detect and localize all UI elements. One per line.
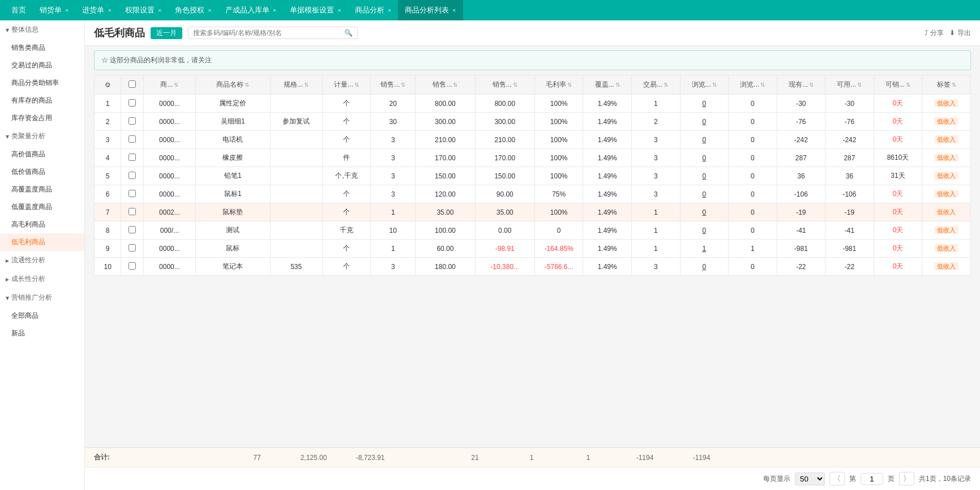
sort-icon[interactable]: ⇅ (453, 82, 457, 88)
close-icon[interactable]: × (337, 7, 341, 14)
row-browse-pv[interactable]: 0 (680, 131, 729, 149)
sidebar-item-traded-goods[interactable]: 交易过的商品 (0, 57, 84, 74)
sidebar-item-high-margin[interactable]: 高毛利商品 (0, 216, 84, 233)
row-browse-pv[interactable]: 0 (680, 203, 729, 221)
nav-template[interactable]: 单据模板设置 × (283, 0, 348, 20)
sidebar-group-cluster[interactable]: ▾ 类聚量分析 (0, 127, 84, 146)
close-icon[interactable]: × (452, 7, 456, 14)
sidebar-item-high-value[interactable]: 高价值商品 (0, 146, 84, 163)
th-transactions[interactable]: 交易...⇅ (631, 75, 680, 95)
sort-icon[interactable]: ⇅ (304, 82, 309, 88)
nav-purchase[interactable]: 进货单 × (75, 0, 118, 20)
sidebar-item-sales-goods[interactable]: 销售类商品 (0, 39, 84, 57)
row-checkbox[interactable] (121, 149, 143, 167)
sidebar-item-stocked-goods[interactable]: 有库存的商品 (0, 92, 84, 109)
sidebar-item-high-coverage[interactable]: 高覆盖度商品 (0, 181, 84, 198)
th-sales-qty[interactable]: 销售...⇅ (371, 75, 416, 95)
row-checkbox[interactable] (121, 95, 143, 113)
row-select-checkbox[interactable] (129, 190, 136, 197)
row-select-checkbox[interactable] (129, 117, 136, 125)
select-all-checkbox[interactable] (129, 80, 136, 88)
row-checkbox[interactable] (121, 113, 143, 131)
sidebar-item-low-margin[interactable]: 低毛利商品 (0, 233, 84, 251)
sidebar-group-growth[interactable]: ▸ 成长性分析 (0, 270, 84, 288)
sort-icon[interactable]: ⇅ (712, 82, 717, 88)
sidebar-item-low-coverage[interactable]: 低覆盖度商品 (0, 198, 84, 216)
th-settings[interactable]: ⚙ (95, 75, 121, 95)
page-number-input[interactable] (861, 473, 883, 485)
row-select-checkbox[interactable] (129, 262, 136, 270)
row-checkbox[interactable] (121, 185, 143, 203)
sort-icon[interactable]: ⇅ (567, 82, 572, 88)
sidebar-item-low-value[interactable]: 低价值商品 (0, 163, 84, 181)
sidebar-item-all-goods[interactable]: 全部商品 (0, 307, 84, 325)
th-tags[interactable]: 标签⇅ (922, 75, 971, 95)
th-code[interactable]: 商...⇅ (143, 75, 195, 95)
next-page-button[interactable]: 〉 (899, 472, 914, 485)
filter-tag-recent-month[interactable]: 近一月 (151, 27, 182, 39)
row-checkbox[interactable] (121, 240, 143, 258)
close-icon[interactable]: × (65, 7, 69, 14)
row-browse-pv[interactable]: 0 (680, 149, 729, 167)
sort-icon[interactable]: ⇅ (809, 82, 814, 88)
th-gross-rate[interactable]: 毛利率⇅ (534, 75, 583, 95)
nav-product-analysis-list[interactable]: 商品分析列表 × (398, 0, 463, 20)
th-stock-salable[interactable]: 可销...⇅ (874, 75, 922, 95)
row-select-checkbox[interactable] (129, 154, 136, 161)
row-select-checkbox[interactable] (129, 135, 136, 143)
th-sales-profit[interactable]: 销售...⇅ (475, 75, 534, 95)
sort-icon[interactable]: ⇅ (906, 82, 910, 88)
sidebar-item-stock-capital[interactable]: 库存资金占用 (0, 109, 84, 127)
row-browse-pv[interactable]: 0 (680, 258, 729, 276)
th-stock-avail[interactable]: 可用...⇅ (825, 75, 874, 95)
search-box[interactable]: 🔍 (188, 27, 358, 39)
sidebar-item-category-rate[interactable]: 商品分类助销率 (0, 74, 84, 92)
sidebar-item-new-goods[interactable]: 新品 (0, 325, 84, 342)
sidebar-group-marketing[interactable]: ▾ 营销推广分析 (0, 288, 84, 307)
sort-icon[interactable]: ⇅ (952, 82, 956, 88)
sort-icon[interactable]: ⇅ (401, 82, 405, 88)
row-select-checkbox[interactable] (129, 99, 136, 106)
row-checkbox[interactable] (121, 258, 143, 276)
sort-icon[interactable]: ⇅ (354, 82, 359, 88)
sort-icon[interactable]: ⇅ (174, 82, 178, 88)
th-sales-amt[interactable]: 销售...⇅ (416, 75, 475, 95)
th-browse-uv[interactable]: 浏览...⇅ (729, 75, 777, 95)
sort-icon[interactable]: ⇅ (513, 82, 517, 88)
th-stock-current[interactable]: 现有...⇅ (777, 75, 825, 95)
th-name[interactable]: 商品名称⇅ (196, 75, 271, 95)
row-browse-pv[interactable]: 1 (680, 240, 729, 258)
sort-icon[interactable]: ⇅ (245, 82, 249, 88)
close-icon[interactable]: × (273, 7, 276, 14)
row-browse-pv[interactable]: 0 (680, 95, 729, 113)
search-input[interactable] (193, 29, 344, 37)
nav-permissions[interactable]: 权限设置 × (118, 0, 168, 20)
sidebar-group-liquidity[interactable]: ▸ 流通性分析 (0, 251, 84, 270)
nav-product-analysis[interactable]: 商品分析 × (348, 0, 398, 20)
row-select-checkbox[interactable] (129, 208, 136, 215)
nav-home[interactable]: 首页 (5, 0, 33, 20)
share-button[interactable]: ⤴ 分享 (925, 28, 944, 38)
row-checkbox[interactable] (121, 221, 143, 240)
close-icon[interactable]: × (108, 7, 111, 14)
close-icon[interactable]: × (158, 7, 161, 14)
sort-icon[interactable]: ⇅ (615, 82, 620, 88)
sort-icon[interactable]: ⇅ (760, 82, 765, 88)
sort-icon[interactable]: ⇅ (664, 82, 668, 88)
row-checkbox[interactable] (121, 167, 143, 185)
row-browse-pv[interactable]: 0 (680, 221, 729, 240)
th-cover-rate[interactable]: 覆盖...⇅ (583, 75, 632, 95)
prev-page-button[interactable]: 〈 (829, 472, 845, 485)
close-icon[interactable]: × (208, 7, 211, 14)
row-checkbox[interactable] (121, 203, 143, 221)
close-icon[interactable]: × (388, 7, 391, 14)
export-button[interactable]: ⬇ 导出 (949, 28, 971, 38)
row-select-checkbox[interactable] (129, 244, 136, 252)
nav-finished-goods[interactable]: 产成品入库单 × (219, 0, 283, 20)
row-checkbox[interactable] (121, 131, 143, 149)
sort-icon[interactable]: ⇅ (857, 82, 862, 88)
row-browse-pv[interactable]: 0 (680, 185, 729, 203)
nav-sales[interactable]: 销货单 × (33, 0, 75, 20)
row-browse-pv[interactable]: 0 (680, 113, 729, 131)
th-unit[interactable]: 计量...⇅ (322, 75, 371, 95)
